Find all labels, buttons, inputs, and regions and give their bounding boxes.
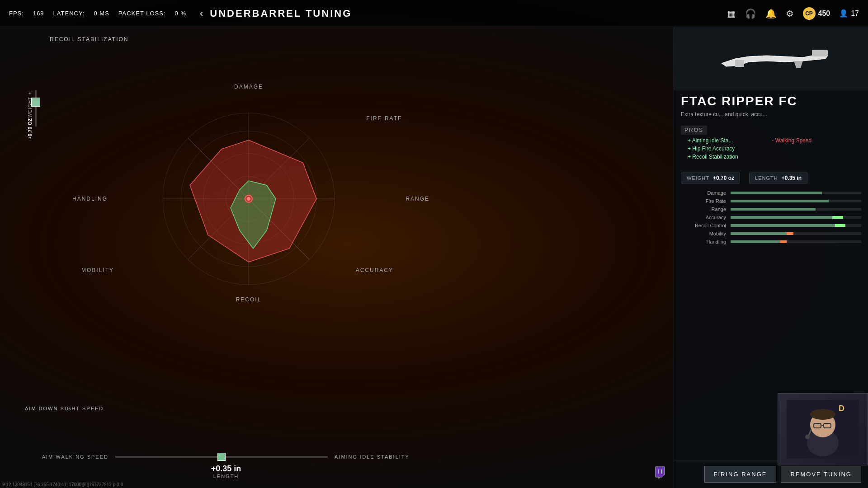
stat-bar-range xyxy=(731,208,861,211)
svg-point-20 xyxy=(810,409,835,420)
radar-svg xyxy=(136,95,362,303)
length-value: +0.35 in xyxy=(18,464,434,474)
weapon-preview-area xyxy=(674,27,868,90)
debug-info: 9.12.13849151 [76.255.1740:41] 17000][8]… xyxy=(0,481,125,488)
page-title: UNDERBARREL TUNING xyxy=(210,8,352,19)
fps-label: FPS: xyxy=(9,10,24,17)
length-display: +0.35 in LENGTH xyxy=(18,464,434,479)
svg-rect-28 xyxy=(658,469,659,474)
fps-value: 169 xyxy=(33,10,44,17)
stat-bar-fire-rate xyxy=(731,200,861,202)
weight-value: +0.70 OZ xyxy=(27,118,33,139)
stat-name-range: Range xyxy=(681,206,726,212)
left-panel: RECOIL STABILIZATION + WEIGHT +0.70 OZ A… xyxy=(0,27,674,488)
pros-section: PROS + Aiming Idle Sta... - Walking Spee… xyxy=(674,121,868,168)
svg-rect-29 xyxy=(661,469,662,474)
packet-loss-label: PACKET LOSS: xyxy=(118,10,166,17)
radar-label-fire-rate: FIRE RATE xyxy=(366,115,402,122)
main-content: RECOIL STABILIZATION + WEIGHT +0.70 OZ A… xyxy=(0,27,868,488)
aiming-idle-label: AIMING IDLE STABILITY xyxy=(335,454,434,460)
ads-speed-label: AIM DOWN SIGHT SPEED xyxy=(25,406,104,411)
webcam-svg: D xyxy=(787,400,859,459)
radar-chart-section: DAMAGE FIRE RATE RANGE ACCURACY RECOIL M… xyxy=(68,81,429,316)
stat-bar-damage xyxy=(731,192,861,194)
right-panel: FTAC RIPPER FC Extra texture cu... and q… xyxy=(674,27,868,488)
stat-row-range: Range xyxy=(681,206,861,212)
weight-stat-box: WEIGHT +0.70 oz xyxy=(681,173,740,183)
stat-bar-handling xyxy=(731,240,861,243)
grid-icon[interactable]: ▦ xyxy=(727,8,736,19)
svg-point-12 xyxy=(247,197,250,201)
weight-slider-thumb[interactable] xyxy=(31,98,40,107)
latency-value: 0 MS xyxy=(94,10,109,17)
con-item-1: - Walking Speed xyxy=(772,137,855,144)
radar-label-handling: HANDLING xyxy=(72,196,108,202)
pros-title: PROS xyxy=(681,126,707,135)
webcam-person: D xyxy=(778,394,868,465)
stat-row-accuracy: Accuracy xyxy=(681,215,861,220)
streaming-icon xyxy=(653,466,667,481)
top-right-controls: ▦ 🎧 🔔 ⚙ CP 450 👤 17 xyxy=(727,7,859,20)
stat-name-damage: Damage xyxy=(681,190,726,196)
gear-icon[interactable]: ⚙ xyxy=(786,8,794,19)
currency-display: CP 450 xyxy=(803,7,830,20)
bottom-sliders-area: AIM WALKING SPEED AIMING IDLE STABILITY … xyxy=(18,454,434,479)
stat-row-mobility: Mobility xyxy=(681,231,861,236)
length-box-value: +0.35 in xyxy=(782,175,802,181)
svg-point-26 xyxy=(805,435,810,439)
currency-icon: CP xyxy=(803,7,816,20)
stat-bar-mobility xyxy=(731,232,861,235)
svg-text:D: D xyxy=(839,404,844,413)
svg-rect-14 xyxy=(812,50,828,56)
performance-info: FPS: 169 LATENCY: 0 MS PACKET LOSS: 0 % xyxy=(9,10,186,17)
top-bar: FPS: 169 LATENCY: 0 MS PACKET LOSS: 0 % … xyxy=(0,0,868,27)
player-icon: 👤 xyxy=(839,9,848,18)
length-box-label: LENGTH xyxy=(755,175,778,181)
tuning-stat-boxes: WEIGHT +0.70 oz LENGTH +0.35 in xyxy=(674,168,868,188)
aim-walking-slider[interactable] xyxy=(115,456,328,458)
stat-row-damage: Damage xyxy=(681,190,861,196)
stat-row-handling: Handling xyxy=(681,239,861,244)
stat-name-handling: Handling xyxy=(681,239,726,244)
stat-row-recoil-control: Recoil Control xyxy=(681,223,861,228)
aim-walking-slider-row: AIM WALKING SPEED AIMING IDLE STABILITY xyxy=(18,454,434,460)
remove-tuning-button[interactable]: REMOVE TUNING xyxy=(781,466,861,483)
recoil-stabilization-label: RECOIL STABILIZATION xyxy=(50,36,128,42)
stat-name-recoil-control: Recoil Control xyxy=(681,223,726,228)
headphones-icon[interactable]: 🎧 xyxy=(745,8,756,19)
svg-marker-27 xyxy=(656,467,665,479)
stat-row-fire-rate: Fire Rate xyxy=(681,198,861,204)
back-button[interactable]: ‹ xyxy=(200,8,203,19)
pro-item-1: + Aiming Idle Sta... xyxy=(688,137,770,144)
aim-walking-label: AIM WALKING SPEED xyxy=(18,454,108,460)
svg-rect-15 xyxy=(735,60,744,67)
radar-label-damage: DAMAGE xyxy=(234,84,263,90)
weight-slider-track[interactable] xyxy=(35,90,37,127)
bell-icon[interactable]: 🔔 xyxy=(765,8,777,19)
pro-item-2: + Hip Fire Accuracy xyxy=(688,145,770,152)
attachment-name: FTAC RIPPER FC xyxy=(674,90,868,108)
stat-bar-recoil xyxy=(731,224,861,227)
player-level-display: 👤 17 xyxy=(839,9,859,18)
stat-name-mobility: Mobility xyxy=(681,231,726,236)
weight-box-value: +0.70 oz xyxy=(713,175,734,181)
length-label: LENGTH xyxy=(18,474,434,479)
stat-name-fire-rate: Fire Rate xyxy=(681,198,726,204)
radar-label-mobility: MOBILITY xyxy=(81,267,114,273)
brand-icon xyxy=(653,466,667,479)
currency-value: 450 xyxy=(818,9,830,18)
weapon-silhouette xyxy=(712,43,830,75)
stat-name-accuracy: Accuracy xyxy=(681,215,726,220)
pros-cons-grid: + Aiming Idle Sta... - Walking Speed + H… xyxy=(681,137,861,164)
length-stat-box: LENGTH +0.35 in xyxy=(749,173,807,183)
firing-range-button[interactable]: FIRING RANGE xyxy=(704,466,777,483)
radar-label-range: RANGE xyxy=(406,196,429,202)
pro-item-3: + Recoil Stabilization xyxy=(688,154,770,160)
aim-walking-thumb[interactable] xyxy=(217,453,226,461)
attachment-name-text: FTAC xyxy=(681,94,722,108)
weight-plus-indicator: + xyxy=(28,90,31,96)
attachment-description: Extra texture cu... and quick, accu... xyxy=(674,108,868,121)
stat-bar-accuracy xyxy=(731,216,861,219)
attachment-name-text2: RIPPER FC xyxy=(722,94,797,108)
webcam-overlay: D xyxy=(778,393,868,465)
